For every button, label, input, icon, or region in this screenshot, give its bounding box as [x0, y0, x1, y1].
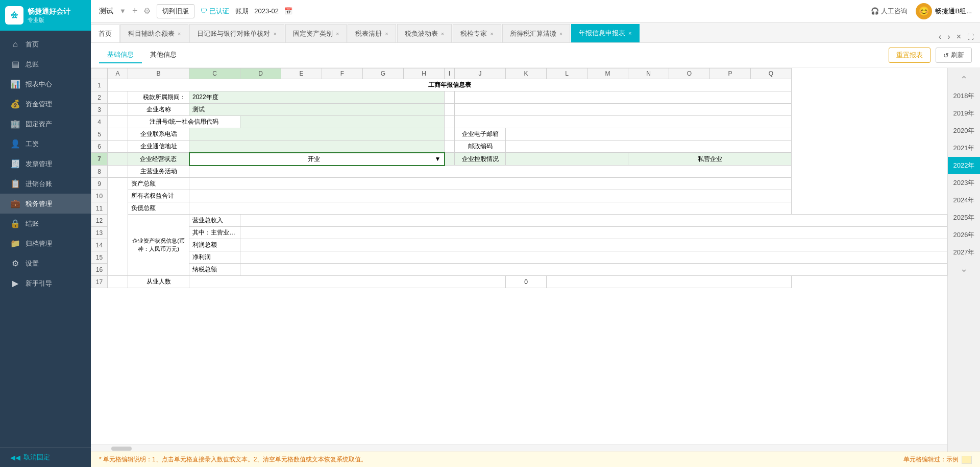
cell-2C[interactable]: 2022年度	[189, 91, 445, 104]
tab-other-info[interactable]: 其他信息	[142, 47, 185, 63]
grid-wrapper[interactable]: A B C D E F G H I J	[91, 68, 947, 445]
cell-6I[interactable]	[445, 141, 455, 153]
h-scroll-thumb[interactable]	[111, 447, 132, 451]
cell-5A[interactable]	[108, 128, 128, 141]
sidebar-item-invoice[interactable]: 🧾 发票管理	[0, 154, 91, 174]
tab-fixed-asset[interactable]: 固定资产类别 ×	[285, 24, 347, 42]
switch-version-button[interactable]: 切到旧版	[157, 4, 194, 18]
col-header-K[interactable]: K	[506, 68, 547, 79]
col-header-E[interactable]: E	[281, 68, 322, 79]
tab-tax-wave[interactable]: 税负波动表 ×	[397, 24, 452, 42]
cell-3C[interactable]: 测试	[189, 104, 445, 116]
title-dropdown-icon[interactable]: ▼	[119, 7, 126, 15]
sidebar-item-archive[interactable]: 📁 归档管理	[0, 233, 91, 253]
tab-tax-expert[interactable]: 税检专家 ×	[453, 24, 501, 42]
tab-next-button[interactable]: ›	[945, 31, 952, 42]
cell-5K[interactable]	[506, 128, 792, 141]
year-scroll-up-button[interactable]: ⌃	[958, 72, 970, 87]
cell-7C[interactable]: 开业 ▼	[189, 153, 445, 166]
cell-3J[interactable]	[455, 104, 792, 116]
cell-12C[interactable]	[240, 215, 947, 227]
add-button[interactable]: +	[132, 6, 138, 16]
tab-basic-info[interactable]: 基础信息	[99, 47, 142, 63]
cell-6A[interactable]	[108, 141, 128, 153]
cell-2I[interactable]	[445, 91, 455, 104]
col-header-F[interactable]: F	[322, 68, 363, 79]
cell-10C[interactable]	[189, 190, 792, 202]
service-button[interactable]: 🎧 人工咨询	[871, 7, 908, 16]
tab-close-icon[interactable]: ×	[559, 31, 562, 37]
calendar-icon[interactable]: 📅	[284, 7, 292, 15]
cell-2J[interactable]	[455, 91, 792, 104]
cell-14C[interactable]	[240, 239, 947, 251]
sidebar-item-settings[interactable]: ⚙ 设置	[0, 253, 91, 273]
cell-6C[interactable]	[189, 141, 445, 153]
refresh-button[interactable]: ↺ 刷新	[936, 48, 972, 63]
col-header-N[interactable]: N	[628, 68, 669, 79]
sidebar-item-asset[interactable]: 🏢 固定资产	[0, 114, 91, 134]
sidebar-item-fund[interactable]: 💰 资金管理	[0, 94, 91, 114]
dropdown-arrow-icon[interactable]: ▼	[435, 155, 441, 162]
tab-annual-report[interactable]: 年报信息申报表 ×	[571, 24, 639, 42]
year-item-2023[interactable]: 2023年	[948, 174, 980, 192]
cell-3I[interactable]	[445, 104, 455, 116]
cell-9C[interactable]	[189, 178, 792, 190]
cell-7K[interactable]	[506, 153, 628, 166]
year-item-2020[interactable]: 2020年	[948, 122, 980, 139]
settings-icon[interactable]: ⚙	[143, 6, 151, 16]
sidebar-item-salary[interactable]: 👤 工资	[0, 134, 91, 154]
col-header-O[interactable]: O	[669, 68, 710, 79]
tab-home[interactable]: 首页	[91, 24, 119, 42]
tab-journal[interactable]: 日记账与银行对账单核对 ×	[189, 24, 284, 42]
cell-15C[interactable]	[240, 251, 947, 264]
cell-7I[interactable]	[445, 153, 455, 166]
year-item-2022[interactable]: 2022年	[948, 157, 980, 174]
tab-close-icon[interactable]: ×	[178, 31, 181, 37]
cell-2A[interactable]	[108, 91, 128, 104]
tab-close-icon[interactable]: ×	[628, 30, 631, 36]
tab-prev-button[interactable]: ‹	[937, 31, 943, 42]
col-header-P[interactable]: P	[710, 68, 751, 79]
sidebar-item-inventory[interactable]: 📋 进销台账	[0, 174, 91, 194]
year-item-2021[interactable]: 2021年	[948, 139, 980, 157]
col-header-C[interactable]: C	[189, 68, 240, 79]
sidebar-item-tax[interactable]: 💼 税务管理	[0, 194, 91, 214]
col-header-Q[interactable]: Q	[751, 68, 792, 79]
tab-expand-button[interactable]: ⛶	[965, 32, 976, 42]
tab-close-icon[interactable]: ×	[385, 31, 388, 37]
cell-9A[interactable]	[108, 178, 128, 276]
cell-8C[interactable]	[189, 166, 792, 178]
col-header-L[interactable]: L	[547, 68, 587, 79]
col-header-G[interactable]: G	[363, 68, 404, 79]
year-item-2027[interactable]: 2027年	[948, 244, 980, 261]
tab-aux-balance[interactable]: 科目辅助余额表 ×	[120, 24, 188, 42]
year-item-2024[interactable]: 2024年	[948, 192, 980, 209]
tab-close-icon[interactable]: ×	[336, 31, 339, 37]
col-header-D[interactable]: D	[240, 68, 281, 79]
tab-close-icon[interactable]: ×	[441, 31, 444, 37]
cell-11C[interactable]	[189, 202, 792, 215]
cell-16C[interactable]	[240, 264, 947, 276]
tab-income-tax[interactable]: 所得税汇算清缴 ×	[502, 24, 570, 42]
tab-close-icon[interactable]: ×	[273, 31, 276, 37]
cell-5I[interactable]	[445, 128, 455, 141]
col-header-B[interactable]: B	[128, 68, 189, 79]
sidebar-item-close[interactable]: 🔒 结账	[0, 214, 91, 233]
cell-13C[interactable]	[240, 227, 947, 239]
sheet-title[interactable]: 工商年报信息表	[108, 79, 792, 91]
cell-4A[interactable]	[108, 116, 128, 128]
cell-5C[interactable]	[189, 128, 445, 141]
year-item-2018[interactable]: 2018年	[948, 87, 980, 105]
cell-7A[interactable]	[108, 153, 128, 166]
year-scroll-down-button[interactable]: ⌄	[958, 261, 970, 276]
col-header-H[interactable]: H	[404, 68, 445, 79]
cell-6K[interactable]	[506, 141, 792, 153]
cell-3A[interactable]	[108, 104, 128, 116]
sidebar-item-ledger[interactable]: ▤ 总账	[0, 54, 91, 74]
tab-close-all-button[interactable]: ×	[954, 31, 963, 42]
cell-4I[interactable]	[445, 116, 455, 128]
col-header-I[interactable]: I	[445, 68, 455, 79]
year-item-2019[interactable]: 2019年	[948, 105, 980, 122]
cell-17C[interactable]	[189, 276, 506, 288]
cell-4C[interactable]	[240, 116, 445, 128]
